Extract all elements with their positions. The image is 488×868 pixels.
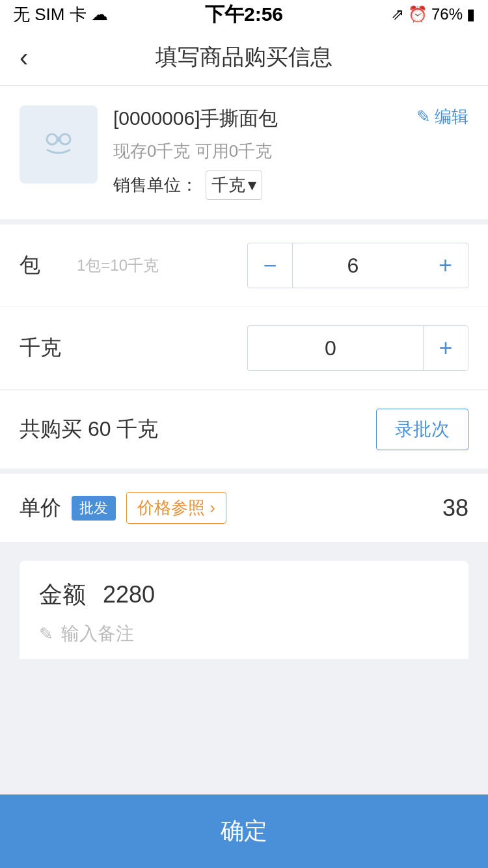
price-reference-button[interactable]: 价格参照 ›: [126, 492, 226, 524]
edit-icon: ✎: [416, 107, 431, 127]
product-unit-row: 销售单位： 千克 ▾: [113, 170, 468, 200]
sim-status: 无 SIM 卡 ☁: [13, 3, 108, 26]
kg-row: 千克 +: [0, 307, 488, 390]
status-right: ⇗ ⏰ 76% ▮: [391, 5, 475, 23]
pack-label: 包: [20, 251, 72, 280]
product-name: [0000006]手撕面包: [113, 105, 278, 132]
amount-section: 金额 2280 ✎ 输入备注: [0, 543, 488, 659]
battery-icon: ▮: [467, 5, 475, 23]
page-title: 填写商品购买信息: [156, 42, 332, 72]
edit-label: 编辑: [435, 105, 468, 128]
kg-input[interactable]: [247, 325, 423, 371]
pack-plus-button[interactable]: +: [423, 243, 468, 288]
status-bar: 无 SIM 卡 ☁ 下午2:56 ⇗ ⏰ 76% ▮: [0, 0, 488, 29]
alarm-icon: ⏰: [408, 5, 427, 23]
pencil-icon: ✎: [39, 624, 53, 644]
confirm-button[interactable]: 确定: [0, 794, 488, 868]
remark-row[interactable]: ✎ 输入备注: [39, 621, 449, 646]
price-label: 单价: [20, 494, 61, 522]
amount-display: 金额 2280: [39, 579, 449, 611]
kg-controls: +: [247, 325, 468, 371]
nav-bar: ‹ 填写商品购买信息: [0, 29, 488, 86]
edit-button[interactable]: ✎ 编辑: [416, 105, 468, 128]
svg-point-1: [60, 134, 70, 144]
svg-point-0: [47, 134, 57, 144]
pack-hint: 1包=10千克: [77, 255, 247, 276]
spacer: [0, 659, 488, 794]
price-type-tag: 批发: [72, 496, 116, 521]
amount-row: 金额 2280 ✎ 输入备注: [20, 561, 468, 659]
batch-button[interactable]: 录批次: [376, 409, 468, 450]
dropdown-arrow-icon: ▾: [248, 175, 256, 195]
product-logo-icon: [39, 125, 78, 164]
unit-value: 千克: [211, 174, 245, 197]
product-card: [0000006]手撕面包 ✎ 编辑 现存0千克 可用0千克 销售单位： 千克 …: [0, 86, 488, 224]
quantity-section: 包 1包=10千克 − + 千克 +: [0, 224, 488, 390]
amount-value: 2280: [103, 581, 155, 608]
product-image: [20, 105, 98, 183]
battery-level: 76%: [431, 5, 463, 23]
status-left: 无 SIM 卡 ☁: [13, 3, 108, 26]
back-button[interactable]: ‹: [20, 44, 28, 70]
price-value: 38: [442, 495, 468, 522]
pack-minus-button[interactable]: −: [247, 243, 293, 288]
price-section: 单价 批发 价格参照 › 38: [0, 474, 488, 543]
product-info: [0000006]手撕面包 ✎ 编辑 现存0千克 可用0千克 销售单位： 千克 …: [113, 105, 468, 200]
summary-text: 共购买 60 千克: [20, 415, 158, 444]
pack-controls: − +: [247, 243, 468, 288]
summary-row: 共购买 60 千克 录批次: [0, 390, 488, 474]
product-stock: 现存0千克 可用0千克: [113, 140, 468, 163]
status-time: 下午2:56: [205, 1, 283, 28]
unit-selector[interactable]: 千克 ▾: [206, 170, 262, 200]
remark-placeholder: 输入备注: [61, 621, 134, 646]
location-icon: ⇗: [391, 5, 404, 23]
pack-input[interactable]: [293, 243, 423, 288]
unit-label: 销售单位：: [113, 174, 198, 197]
pack-row: 包 1包=10千克 − +: [0, 224, 488, 307]
kg-label: 千克: [20, 334, 72, 362]
amount-label: 金额: [39, 581, 86, 608]
kg-plus-button[interactable]: +: [423, 325, 468, 371]
